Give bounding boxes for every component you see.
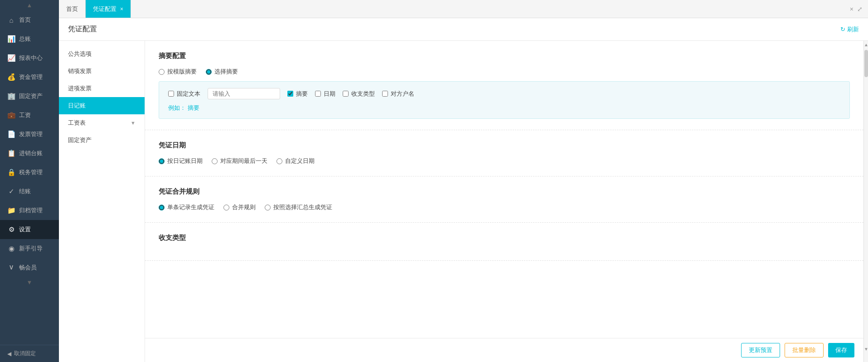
left-nav-payroll[interactable]: 工资表 ▼ (59, 114, 145, 132)
sidebar-item-reports[interactable]: 📈 报表中心 (0, 49, 59, 68)
refresh-button[interactable]: ↻ 刷新 (840, 25, 859, 34)
voucher-date-radio-group: 按日记账日期 对应期间最后一天 自定义日期 (159, 157, 850, 165)
last-day-radio[interactable]: 对应期间最后一天 (212, 157, 267, 165)
template-abstract-input[interactable] (159, 69, 165, 75)
date-checkbox-label[interactable]: 日期 (315, 90, 335, 98)
fixed-assets-icon: 🏢 (7, 92, 15, 100)
salary-icon: 💼 (7, 111, 15, 119)
income-type-checkbox-label[interactable]: 收支类型 (343, 90, 375, 98)
sidebar-item-fixed-assets[interactable]: 🏢 固定资产 (0, 87, 59, 106)
archive-icon: 📁 (7, 206, 15, 215)
abstract-box: 固定文本 摘要 日期 (159, 81, 850, 119)
cancel-pin-button[interactable]: ◀ 取消固定 (0, 345, 59, 362)
chart-icon: 📊 (7, 35, 15, 43)
main-area: 首页 凭证配置 × × ⤢ 凭证配置 ↻ 刷新 公共选项 销项发票 进 (59, 0, 868, 362)
sidebar-item-home[interactable]: ⌂ 首页 (0, 10, 59, 29)
left-nav-sales-invoice[interactable]: 销项发票 (59, 63, 145, 80)
tab-bar: 首页 凭证配置 × × ⤢ (59, 0, 868, 18)
sidebar-item-guide[interactable]: ◉ 新手引导 (0, 239, 59, 258)
left-nav-fixed-assets[interactable]: 固定资产 (59, 132, 145, 149)
left-nav-journal[interactable]: 日记账 (59, 97, 145, 114)
sidebar-scroll-down[interactable]: ▼ (0, 277, 59, 288)
voucher-date-section: 凭证日期 按日记账日期 对应期间最后一天 自定义日期 (145, 130, 863, 176)
last-day-input[interactable] (212, 158, 218, 164)
choose-abstract-input[interactable] (206, 69, 212, 75)
custom-date-radio[interactable]: 自定义日期 (276, 157, 315, 165)
sidebar-scroll-up[interactable]: ▲ (0, 0, 59, 10)
merge-rule-radio-group: 单条记录生成凭证 合并规则 按照选择汇总生成凭证 (159, 203, 850, 211)
left-nav-public[interactable]: 公共选项 (59, 45, 145, 63)
income-type-section: 收支类型 (145, 223, 863, 261)
choose-abstract-radio[interactable]: 选择摘要 (206, 68, 238, 76)
summary-radio[interactable]: 按照选择汇总生成凭证 (265, 203, 332, 211)
invoice-icon: 📄 (7, 130, 15, 138)
tab-voucher-config[interactable]: 凭证配置 × (86, 0, 131, 18)
merge-rule-radio[interactable]: 合并规则 (223, 203, 256, 211)
tax-icon: 🔒 (7, 168, 15, 176)
merge-rule-input[interactable] (223, 205, 229, 210)
abstract-checkboxes-row: 固定文本 摘要 日期 (168, 88, 840, 99)
abstract-checkbox-label[interactable]: 摘要 (287, 90, 308, 98)
abstract-config-section: 摘要配置 按模版摘要 选择摘要 (145, 41, 863, 130)
voucher-date-title: 凭证日期 (159, 141, 850, 150)
counterpart-checkbox[interactable] (382, 91, 388, 97)
window-controls: × ⤢ (850, 5, 863, 13)
page-title: 凭证配置 (68, 24, 97, 34)
scroll-down-arrow[interactable]: ▼ (864, 345, 868, 353)
content-area: 公共选项 销项发票 进项发票 日记账 工资表 ▼ 固定资产 (59, 41, 868, 362)
right-scrollbar: ▲ ▼ (863, 41, 868, 362)
sidebar-item-ledger[interactable]: 📊 总账 (0, 29, 59, 49)
purchase-sales-icon: 📋 (7, 149, 15, 157)
maximize-window-icon[interactable]: ⤢ (857, 5, 863, 13)
guide-icon: ◉ (7, 245, 15, 253)
sidebar-item-salary[interactable]: 💼 工资 (0, 106, 59, 125)
abstract-checkbox[interactable] (287, 91, 293, 97)
home-icon: ⌂ (7, 16, 15, 24)
sidebar-item-member[interactable]: V 畅会员 (0, 258, 59, 277)
member-icon: V (7, 264, 15, 271)
pin-icon: ◀ (7, 351, 11, 357)
income-type-checkbox[interactable] (343, 91, 349, 97)
sidebar-item-funds[interactable]: 💰 资金管理 (0, 68, 59, 87)
by-journal-date-radio[interactable]: 按日记账日期 (159, 157, 203, 165)
sidebar-item-tax[interactable]: 🔒 税务管理 (0, 163, 59, 182)
chevron-down-icon: ▼ (131, 120, 136, 126)
sidebar-item-invoice-mgmt[interactable]: 📄 发票管理 (0, 125, 59, 144)
close-accounts-icon: ✓ (7, 187, 15, 196)
scroll-up-arrow[interactable]: ▲ (864, 41, 868, 49)
fixed-text-checkbox-label[interactable]: 固定文本 (168, 90, 200, 98)
sidebar-item-archive[interactable]: 📁 归档管理 (0, 201, 59, 220)
settings-icon: ⚙ (7, 225, 15, 234)
save-button[interactable]: 保存 (828, 343, 854, 357)
fixed-text-checkbox[interactable] (168, 91, 174, 97)
income-type-title: 收支类型 (159, 234, 850, 242)
update-preview-button[interactable]: 更新预置 (741, 343, 780, 357)
by-journal-date-input[interactable] (159, 158, 165, 164)
page-header: 凭证配置 ↻ 刷新 (59, 18, 868, 41)
sidebar-item-purchase-sales[interactable]: 📋 进销台账 (0, 144, 59, 163)
tab-home[interactable]: 首页 (59, 0, 86, 18)
close-window-icon[interactable]: × (850, 5, 853, 13)
date-checkbox[interactable] (315, 91, 321, 97)
abstract-section-title: 摘要配置 (159, 52, 850, 60)
left-nav: 公共选项 销项发票 进项发票 日记账 工资表 ▼ 固定资产 (59, 41, 145, 362)
abstract-radio-group: 按模版摘要 选择摘要 (159, 68, 850, 76)
sidebar-item-settings[interactable]: ⚙ 设置 (0, 220, 59, 239)
single-record-input[interactable] (159, 205, 165, 210)
template-abstract-radio[interactable]: 按模版摘要 (159, 68, 197, 76)
merge-rule-title: 凭证合并规则 (159, 187, 850, 196)
tab-close-icon[interactable]: × (120, 6, 123, 12)
main-scroll[interactable]: 摘要配置 按模版摘要 选择摘要 (145, 41, 863, 338)
custom-date-input[interactable] (276, 158, 282, 164)
right-content: 摘要配置 按模版摘要 选择摘要 (145, 41, 863, 362)
single-record-radio[interactable]: 单条记录生成凭证 (159, 203, 214, 211)
left-nav-purchase-invoice[interactable]: 进项发票 (59, 80, 145, 97)
reports-icon: 📈 (7, 54, 15, 62)
fixed-text-input[interactable] (208, 88, 280, 99)
scrollbar-thumb[interactable] (864, 50, 868, 77)
funds-icon: 💰 (7, 73, 15, 81)
summary-input[interactable] (265, 205, 271, 210)
batch-delete-button[interactable]: 批量删除 (785, 343, 824, 357)
sidebar-item-close[interactable]: ✓ 结账 (0, 182, 59, 201)
counterpart-checkbox-label[interactable]: 对方户名 (382, 90, 414, 98)
